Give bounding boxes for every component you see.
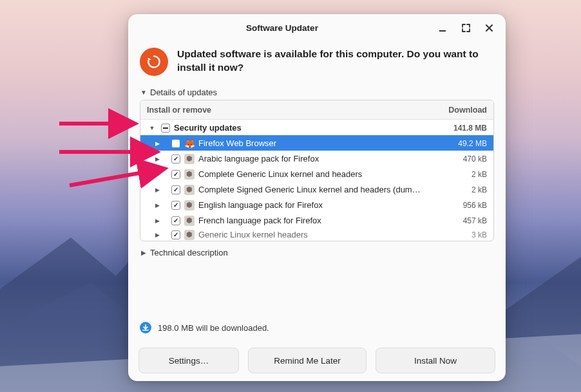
chevron-right-icon: ▶ [147,171,167,178]
checkbox[interactable] [171,170,180,179]
group-size: 141.8 MB [429,124,487,133]
update-row[interactable]: ▶⬢Generic Linux kernel headers3 kB [140,228,493,241]
details-of-updates-toggle[interactable]: ▼ Details of updates [140,88,494,97]
remind-later-button[interactable]: Remind Me Later [248,348,367,373]
update-name: Arabic language pack for Firefox [198,154,425,163]
download-icon [140,322,151,333]
checkbox[interactable] [171,154,180,163]
window-title: Software Updater [246,23,318,33]
chevron-right-icon: ▶ [147,140,167,147]
group-label: Security updates [174,123,425,133]
titlebar: Software Updater [128,14,506,42]
update-name: French language pack for Firefox [198,216,425,225]
package-icon: ⬢ [184,169,195,180]
update-name: Complete Signed Generic Linux kernel and… [198,185,425,194]
update-size: 956 kB [429,201,487,210]
update-size: 49.2 MB [429,139,487,148]
settings-button[interactable]: Settings… [138,348,239,373]
update-name: Generic Linux kernel headers [198,230,425,239]
technical-description-toggle[interactable]: ▶ Technical description [140,248,494,257]
package-icon: ⬢ [184,185,195,195]
chevron-right-icon: ▶ [147,232,167,238]
checkbox[interactable] [171,216,180,225]
update-row[interactable]: ▶⬢Arabic language pack for Firefox470 kB [140,151,493,166]
update-row[interactable]: ▶🦊Firefox Web Browser49.2 MB [140,135,493,151]
update-name: Firefox Web Browser [198,138,425,148]
update-size: 457 kB [429,216,487,225]
update-size: 2 kB [429,170,487,179]
chevron-down-icon: ▼ [147,125,157,131]
chevron-right-icon: ▶ [147,202,167,209]
details-label: Details of updates [150,88,217,97]
update-row[interactable]: ▶⬢Complete Signed Generic Linux kernel a… [140,182,493,197]
chevron-right-icon: ▶ [147,187,167,193]
close-button[interactable] [477,19,500,38]
firefox-icon: 🦊 [184,138,195,149]
svg-rect-0 [439,30,446,32]
checkbox[interactable] [171,201,180,210]
update-row[interactable]: ▶⬢English language pack for Firefox956 k… [140,197,493,212]
technical-description-label: Technical description [150,248,228,257]
column-install-remove: Install or remove [147,106,429,115]
update-name: Complete Generic Linux kernel and header… [198,169,425,179]
install-now-button[interactable]: Install Now [376,348,495,373]
update-size: 470 kB [429,154,487,163]
column-download: Download [429,106,487,115]
update-row[interactable]: ▶⬢Complete Generic Linux kernel and head… [140,166,493,182]
checkbox[interactable] [171,230,180,239]
update-heading: Updated software is available for this c… [177,48,494,76]
minimize-button[interactable] [431,19,454,38]
checkbox[interactable] [171,185,180,194]
group-row-security-updates[interactable]: ▼Security updates141.8 MB [140,120,493,135]
download-info: 198.0 MB will be downloaded. [128,322,506,333]
package-icon: ⬢ [184,200,195,210]
update-size: 3 kB [429,230,487,239]
chevron-down-icon: ▼ [140,89,148,96]
chevron-right-icon: ▶ [147,156,167,162]
package-icon: ⬢ [184,216,195,226]
chevron-right-icon: ▶ [140,249,148,256]
maximize-button[interactable] [454,19,477,38]
package-icon: ⬢ [184,154,195,164]
updates-table: Install or remove Download ▼Security upd… [140,100,494,241]
update-name: English language pack for Firefox [198,200,425,210]
package-icon: ⬢ [184,230,195,240]
checkbox[interactable] [171,139,180,148]
software-updater-window: Software Updater Updated software is ava… [128,14,506,381]
table-header: Install or remove Download [140,100,493,120]
checkbox-partial[interactable] [161,124,170,133]
updater-icon [140,48,168,76]
update-row[interactable]: ▶⬢French language pack for Firefox457 kB [140,212,493,228]
chevron-right-icon: ▶ [147,218,167,224]
download-size-text: 198.0 MB will be downloaded. [158,323,269,333]
update-size: 2 kB [429,185,487,194]
